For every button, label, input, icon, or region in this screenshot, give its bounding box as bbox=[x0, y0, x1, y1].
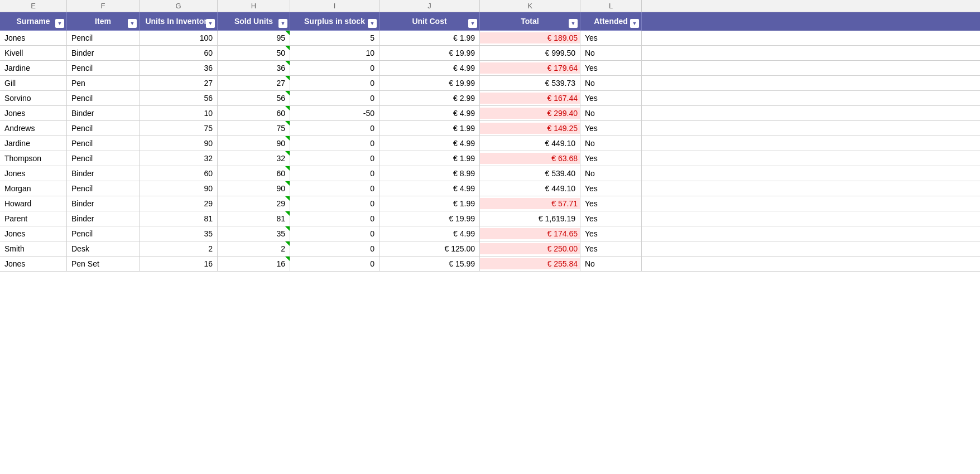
cell-surplus[interactable]: 0 bbox=[290, 166, 379, 181]
cell-attended[interactable]: No bbox=[580, 46, 642, 60]
cell-sold-units[interactable]: 50 bbox=[218, 46, 290, 60]
cell-unit-cost[interactable]: €1.99 bbox=[379, 31, 480, 45]
cell-sold-units[interactable]: 16 bbox=[218, 257, 290, 271]
cell-unit-cost[interactable]: €19.99 bbox=[379, 76, 480, 90]
cell-total[interactable]: €167.44 bbox=[480, 91, 580, 105]
cell-sold-units[interactable]: 35 bbox=[218, 226, 290, 241]
cell-units-in[interactable]: 35 bbox=[140, 226, 218, 241]
cell-unit-cost[interactable]: €19.99 bbox=[379, 211, 480, 226]
cell-sold-units[interactable]: 60 bbox=[218, 166, 290, 181]
cell-units-in[interactable]: 56 bbox=[140, 91, 218, 105]
cell-total[interactable]: €449.10 bbox=[480, 181, 580, 196]
cell-unit-cost[interactable]: €19.99 bbox=[379, 46, 480, 60]
cell-surplus[interactable]: 0 bbox=[290, 76, 379, 90]
cell-item[interactable]: Binder bbox=[67, 196, 140, 211]
cell-unit-cost[interactable]: €4.99 bbox=[379, 136, 480, 151]
cell-attended[interactable]: No bbox=[580, 166, 642, 181]
cell-item[interactable]: Pencil bbox=[67, 121, 140, 136]
cell-surplus[interactable]: 0 bbox=[290, 196, 379, 211]
cell-item[interactable]: Pen Set bbox=[67, 257, 140, 271]
cell-attended[interactable]: No bbox=[580, 257, 642, 271]
cell-units-in[interactable]: 2 bbox=[140, 241, 218, 256]
cell-surname[interactable]: Jones bbox=[0, 106, 67, 120]
cell-units-in[interactable]: 16 bbox=[140, 257, 218, 271]
cell-item[interactable]: Pencil bbox=[67, 31, 140, 45]
cell-total[interactable]: €174.65 bbox=[480, 226, 580, 241]
cell-units-in[interactable]: 90 bbox=[140, 136, 218, 151]
cell-surplus[interactable]: 0 bbox=[290, 241, 379, 256]
cell-sold-units[interactable]: 95 bbox=[218, 31, 290, 45]
cell-sold-units[interactable]: 56 bbox=[218, 91, 290, 105]
cell-total[interactable]: €57.71 bbox=[480, 196, 580, 211]
cell-total[interactable]: €179.64 bbox=[480, 61, 580, 75]
cell-surname[interactable]: Jardine bbox=[0, 136, 67, 151]
cell-attended[interactable]: Yes bbox=[580, 226, 642, 241]
cell-attended[interactable]: Yes bbox=[580, 61, 642, 75]
cell-sold-units[interactable]: 27 bbox=[218, 76, 290, 90]
cell-item[interactable]: Pencil bbox=[67, 136, 140, 151]
cell-surplus[interactable]: 0 bbox=[290, 226, 379, 241]
cell-item[interactable]: Pen bbox=[67, 76, 140, 90]
cell-unit-cost[interactable]: €1.99 bbox=[379, 121, 480, 136]
cell-unit-cost[interactable]: €8.99 bbox=[379, 166, 480, 181]
cell-item[interactable]: Binder bbox=[67, 46, 140, 60]
cell-surname[interactable]: Parent bbox=[0, 211, 67, 226]
cell-surname[interactable]: Thompson bbox=[0, 151, 67, 166]
cell-total[interactable]: €449.10 bbox=[480, 136, 580, 151]
cell-attended[interactable]: No bbox=[580, 106, 642, 120]
cell-attended[interactable]: No bbox=[580, 136, 642, 151]
cell-item[interactable]: Pencil bbox=[67, 151, 140, 166]
cell-total[interactable]: €1,619.19 bbox=[480, 211, 580, 226]
cell-attended[interactable]: Yes bbox=[580, 241, 642, 256]
cell-unit-cost[interactable]: €4.99 bbox=[379, 106, 480, 120]
cell-item[interactable]: Binder bbox=[67, 106, 140, 120]
cell-surname[interactable]: Gill bbox=[0, 76, 67, 90]
cell-surname[interactable]: Sorvino bbox=[0, 91, 67, 105]
cell-surplus[interactable]: 0 bbox=[290, 91, 379, 105]
cell-sold-units[interactable]: 90 bbox=[218, 181, 290, 196]
cell-unit-cost[interactable]: €4.99 bbox=[379, 226, 480, 241]
cell-attended[interactable]: Yes bbox=[580, 121, 642, 136]
filter-total-button[interactable]: ▼ bbox=[569, 19, 578, 28]
cell-units-in[interactable]: 60 bbox=[140, 46, 218, 60]
cell-surname[interactable]: Smith bbox=[0, 241, 67, 256]
cell-attended[interactable]: Yes bbox=[580, 181, 642, 196]
cell-item[interactable]: Pencil bbox=[67, 181, 140, 196]
cell-total[interactable]: €299.40 bbox=[480, 106, 580, 120]
cell-sold-units[interactable]: 90 bbox=[218, 136, 290, 151]
cell-item[interactable]: Pencil bbox=[67, 61, 140, 75]
cell-surplus[interactable]: 0 bbox=[290, 181, 379, 196]
filter-surname-button[interactable]: ▼ bbox=[55, 19, 64, 28]
cell-unit-cost[interactable]: €2.99 bbox=[379, 91, 480, 105]
cell-total[interactable]: €189.05 bbox=[480, 31, 580, 45]
cell-sold-units[interactable]: 60 bbox=[218, 106, 290, 120]
cell-surplus[interactable]: 5 bbox=[290, 31, 379, 45]
cell-total[interactable]: €539.40 bbox=[480, 166, 580, 181]
cell-attended[interactable]: Yes bbox=[580, 211, 642, 226]
filter-surplus-button[interactable]: ▼ bbox=[368, 19, 377, 28]
cell-units-in[interactable]: 75 bbox=[140, 121, 218, 136]
cell-sold-units[interactable]: 36 bbox=[218, 61, 290, 75]
cell-units-in[interactable]: 36 bbox=[140, 61, 218, 75]
cell-sold-units[interactable]: 81 bbox=[218, 211, 290, 226]
cell-surname[interactable]: Andrews bbox=[0, 121, 67, 136]
cell-surplus[interactable]: 10 bbox=[290, 46, 379, 60]
cell-total[interactable]: €149.25 bbox=[480, 121, 580, 136]
filter-attended-button[interactable]: ▼ bbox=[630, 19, 639, 28]
cell-units-in[interactable]: 29 bbox=[140, 196, 218, 211]
cell-surname[interactable]: Jones bbox=[0, 31, 67, 45]
cell-sold-units[interactable]: 75 bbox=[218, 121, 290, 136]
filter-unit-cost-button[interactable]: ▼ bbox=[468, 19, 477, 28]
cell-units-in[interactable]: 27 bbox=[140, 76, 218, 90]
cell-total[interactable]: €539.73 bbox=[480, 76, 580, 90]
cell-unit-cost[interactable]: €4.99 bbox=[379, 61, 480, 75]
cell-attended[interactable]: Yes bbox=[580, 31, 642, 45]
filter-item-button[interactable]: ▼ bbox=[128, 19, 137, 28]
cell-sold-units[interactable]: 29 bbox=[218, 196, 290, 211]
cell-units-in[interactable]: 32 bbox=[140, 151, 218, 166]
cell-units-in[interactable]: 90 bbox=[140, 181, 218, 196]
cell-units-in[interactable]: 10 bbox=[140, 106, 218, 120]
cell-surname[interactable]: Jones bbox=[0, 166, 67, 181]
cell-attended[interactable]: Yes bbox=[580, 91, 642, 105]
cell-total[interactable]: €250.00 bbox=[480, 241, 580, 256]
